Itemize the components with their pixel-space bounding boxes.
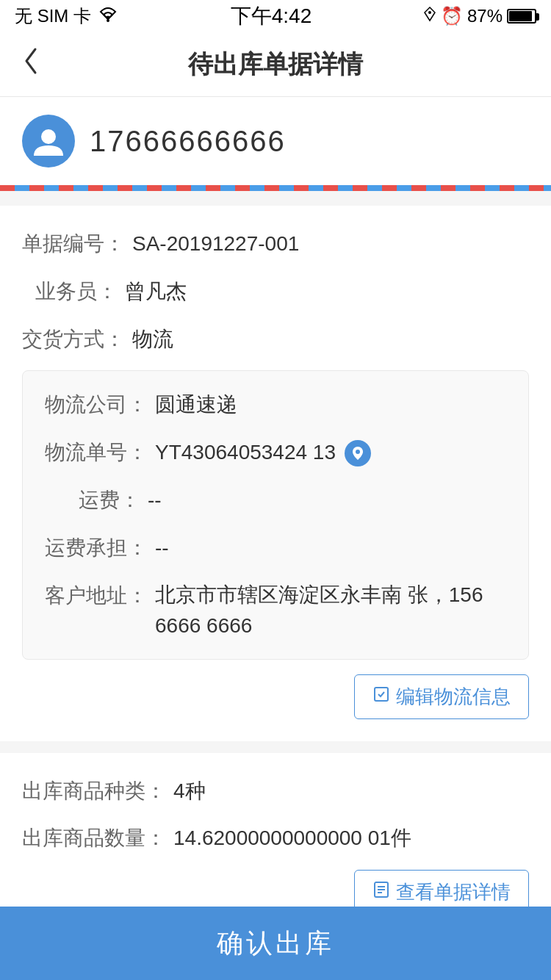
logistics-company-row: 物流公司： 圆通速递 bbox=[45, 389, 506, 422]
delivery-row: 交货方式： 物流 bbox=[22, 323, 529, 356]
location-service-icon bbox=[423, 6, 436, 26]
salesman-value: 曾凡杰 bbox=[125, 275, 529, 309]
freight-bearer-value: -- bbox=[155, 532, 506, 565]
confirm-outbound-button[interactable]: 确认出库 bbox=[0, 907, 551, 980]
document-icon bbox=[372, 881, 390, 904]
salesman-row: 业务员： 曾凡杰 bbox=[22, 275, 529, 309]
product-quantity-value: 14.62000000000000 01件 bbox=[173, 822, 529, 855]
freight-value: -- bbox=[148, 484, 506, 517]
edit-icon bbox=[372, 685, 390, 708]
edit-btn-container: 编辑物流信息 bbox=[22, 674, 529, 719]
product-types-row: 出库商品种类： 4种 bbox=[22, 775, 529, 808]
salesman-label: 业务员： bbox=[22, 275, 125, 309]
delivery-label: 交货方式： bbox=[22, 323, 132, 356]
status-time: 下午4:42 bbox=[231, 2, 312, 30]
avatar bbox=[22, 115, 75, 167]
svg-point-3 bbox=[356, 450, 360, 454]
status-right: ⏰ 87% bbox=[423, 6, 536, 26]
order-no-value: SA-20191227-001 bbox=[132, 228, 529, 261]
svg-point-2 bbox=[41, 129, 56, 144]
address-row: 客户地址： 北京市市辖区海淀区永丰南 张，156 6666 6666 bbox=[45, 580, 506, 641]
edit-logistics-button[interactable]: 编辑物流信息 bbox=[354, 674, 529, 719]
product-quantity-label: 出库商品数量： bbox=[22, 822, 173, 855]
edit-logistics-label: 编辑物流信息 bbox=[396, 684, 511, 710]
order-no-row: 单据编号： SA-20191227-001 bbox=[22, 228, 529, 261]
carrier-text: 无 SIM 卡 bbox=[15, 4, 91, 28]
address-label: 客户地址： bbox=[45, 580, 155, 641]
svg-rect-4 bbox=[375, 688, 388, 701]
wifi-icon bbox=[97, 6, 119, 26]
freight-row: 运费： -- bbox=[45, 484, 506, 517]
logistics-company-value: 圆通速递 bbox=[155, 389, 506, 422]
section-divider bbox=[0, 741, 551, 753]
address-value: 北京市市辖区海淀区永丰南 张，156 6666 6666 bbox=[155, 580, 506, 641]
freight-bearer-row: 运费承担： -- bbox=[45, 532, 506, 565]
svg-point-1 bbox=[428, 11, 431, 14]
freight-label: 运费： bbox=[45, 484, 148, 517]
battery-percentage: 87% bbox=[467, 6, 503, 26]
product-quantity-row: 出库商品数量： 14.62000000000000 01件 bbox=[22, 822, 529, 855]
page-title: 待出库单据详情 bbox=[188, 48, 363, 82]
alarm-icon: ⏰ bbox=[441, 6, 463, 26]
tracking-row: 物流单号： YT43064053424 13 bbox=[45, 436, 506, 469]
nav-bar: 待出库单据详情 bbox=[0, 32, 551, 97]
status-bar: 无 SIM 卡 下午4:42 ⏰ 87% bbox=[0, 0, 551, 32]
back-button[interactable] bbox=[22, 46, 40, 82]
battery-icon bbox=[507, 9, 536, 24]
view-details-label: 查看单据详情 bbox=[396, 879, 511, 905]
tracking-value: YT43064053424 13 bbox=[155, 436, 371, 469]
delivery-value: 物流 bbox=[132, 323, 529, 356]
svg-point-0 bbox=[107, 19, 109, 22]
product-types-value: 4种 bbox=[173, 775, 529, 808]
tracking-label: 物流单号： bbox=[45, 436, 155, 469]
customer-header: 17666666666 bbox=[0, 97, 551, 185]
status-left: 无 SIM 卡 bbox=[15, 4, 119, 28]
customer-phone: 17666666666 bbox=[90, 125, 286, 158]
freight-bearer-label: 运费承担： bbox=[45, 532, 155, 565]
tracking-location-icon[interactable] bbox=[345, 440, 371, 466]
order-info-section: 单据编号： SA-20191227-001 业务员： 曾凡杰 交货方式： 物流 … bbox=[0, 206, 551, 741]
logistics-company-label: 物流公司： bbox=[45, 389, 155, 422]
logistics-card: 物流公司： 圆通速递 物流单号： YT43064053424 13 运费： bbox=[22, 370, 529, 659]
order-no-label: 单据编号： bbox=[22, 228, 132, 261]
dashed-divider bbox=[0, 185, 551, 191]
product-types-label: 出库商品种类： bbox=[22, 775, 173, 808]
